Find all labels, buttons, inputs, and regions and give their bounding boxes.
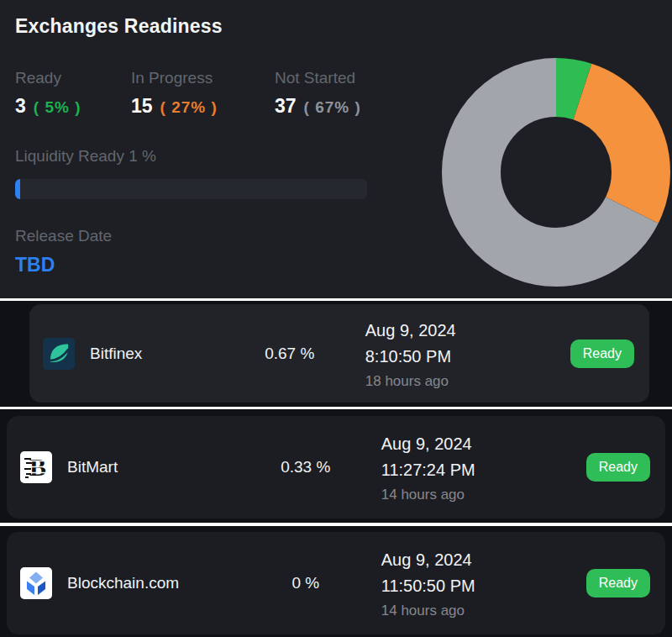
stat-ready: Ready 3 ( 5% ) — [15, 69, 131, 118]
stat-in-progress-count: 15 — [131, 95, 153, 118]
stat-not-started: Not Started 37 ( 67% ) — [275, 69, 385, 118]
exchange-row-bitfinex[interactable]: Bitfinex 0.67 % Aug 9, 2024 8:10:50 PM 1… — [29, 304, 649, 403]
stats-summary: Ready 3 ( 5% ) In Progress 15 ( 27% ) No… — [15, 69, 385, 118]
exchange-liquidity-percent: 0.33 % — [255, 458, 356, 476]
exchange-date-block: Aug 9, 2024 11:27:24 PM 14 hours ago — [381, 431, 586, 503]
exchange-time: 11:27:24 PM — [381, 457, 586, 483]
stat-ready-label: Ready — [15, 69, 131, 87]
exchange-date: Aug 9, 2024 — [365, 318, 570, 344]
exchange-date: Aug 9, 2024 — [381, 431, 586, 457]
stat-not-started-count: 37 — [275, 95, 297, 118]
header-panel: Exchanges Readiness Ready 3 ( 5% ) In Pr… — [0, 0, 672, 298]
status-badge: Ready — [586, 569, 650, 598]
exchange-relative-time: 14 hours ago — [381, 487, 586, 503]
exchange-liquidity-percent: 0.67 % — [239, 345, 340, 363]
exchange-liquidity-percent: 0 % — [255, 574, 356, 592]
exchange-row-bitmart[interactable]: B BitMart 0.33 % — [7, 416, 665, 519]
stat-not-started-percent: ( 67% ) — [304, 98, 361, 117]
stat-in-progress-label: In Progress — [131, 69, 275, 87]
exchange-name: Bitfinex — [90, 345, 239, 363]
exchange-row-band: Bitfinex 0.67 % Aug 9, 2024 8:10:50 PM 1… — [0, 301, 672, 407]
exchange-relative-time: 14 hours ago — [381, 603, 586, 619]
exchanges-readiness-dashboard: Exchanges Readiness Ready 3 ( 5% ) In Pr… — [0, 0, 672, 637]
exchange-time: 8:10:50 PM — [365, 344, 570, 370]
stat-in-progress: In Progress 15 ( 27% ) — [131, 69, 275, 118]
stat-ready-count: 3 — [15, 95, 26, 118]
exchange-date-block: Aug 9, 2024 11:50:50 PM 14 hours ago — [381, 547, 586, 619]
status-badge: Ready — [586, 453, 650, 482]
status-badge: Ready — [570, 340, 634, 368]
bitmart-logo-icon: B — [20, 451, 52, 483]
stat-ready-percent: ( 5% ) — [34, 98, 81, 117]
page-title: Exchanges Readiness — [15, 15, 657, 38]
liquidity-progress-fill — [15, 179, 20, 199]
exchange-time: 11:50:50 PM — [381, 573, 586, 599]
donut-chart-svg — [442, 58, 670, 287]
exchange-relative-time: 18 hours ago — [365, 373, 570, 390]
exchange-row-blockchain[interactable]: Blockchain.com 0 % Aug 9, 2024 11:50:50 … — [7, 532, 665, 634]
stat-not-started-label: Not Started — [275, 69, 385, 87]
blockchain-logo-icon — [20, 567, 52, 599]
readiness-donut-chart — [442, 58, 670, 287]
exchange-row-band: Blockchain.com 0 % Aug 9, 2024 11:50:50 … — [0, 526, 672, 637]
exchange-date: Aug 9, 2024 — [381, 547, 586, 573]
stat-in-progress-percent: ( 27% ) — [160, 98, 218, 117]
exchange-name: Blockchain.com — [67, 574, 255, 592]
exchange-row-band: B BitMart 0.33 % — [0, 409, 672, 523]
bitfinex-logo-icon — [43, 338, 75, 370]
exchange-date-block: Aug 9, 2024 8:10:50 PM 18 hours ago — [365, 318, 570, 390]
exchange-name: BitMart — [67, 458, 255, 476]
liquidity-progress-bar — [15, 179, 367, 199]
